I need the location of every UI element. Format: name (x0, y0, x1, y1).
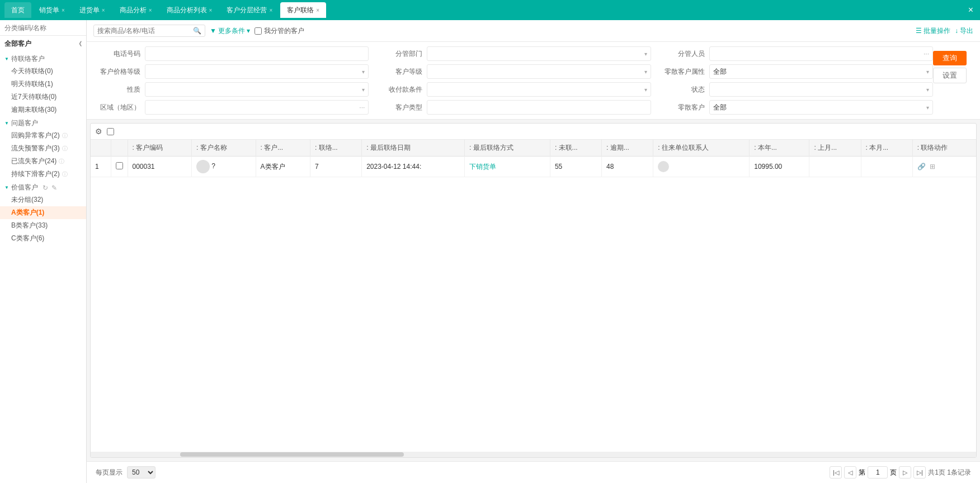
th-action[interactable]: : 联络动作 (912, 140, 976, 157)
batch-label: 批量操作 (924, 26, 950, 36)
sidebar-item-a-class[interactable]: A类客户(1) (0, 206, 86, 219)
consecutive-down-label: 持续下滑客户(2) (11, 169, 60, 179)
action-grid-icon[interactable]: ⊞ (930, 163, 935, 171)
window-close-button[interactable]: × (966, 3, 976, 17)
all-customers-header[interactable]: 全部客户 《 (0, 36, 86, 52)
triangle-icon3: ▼ (4, 185, 9, 190)
sidebar-search-input[interactable] (4, 24, 87, 32)
export-btn[interactable]: ↓ 导出 (955, 26, 973, 36)
sidebar-item-unsorted[interactable]: 未分组(32) (0, 193, 86, 206)
filter-retail-attr-input[interactable]: 全部 ▾ (709, 64, 933, 79)
filter-row-2: 客户价格等级 ▾ 客户等级 ▾ (96, 64, 933, 79)
filter-region-input[interactable]: ··· (145, 100, 369, 115)
filter-customer-type-input[interactable] (427, 100, 651, 115)
tab-customer-contact[interactable]: 客户联络 × (280, 2, 326, 18)
sidebar-item-overdue[interactable]: 逾期未联络(30) (0, 103, 86, 116)
filter-status-input[interactable]: ▾ (709, 82, 933, 97)
th-this-year[interactable]: : 本年... (750, 140, 809, 157)
th-contact-count[interactable]: : 联络... (310, 140, 362, 157)
unsorted-label: 未分组(32) (11, 195, 43, 205)
th-overdue[interactable]: : 逾期... (602, 140, 653, 157)
sidebar-item-lost[interactable]: 已流失客户(24) ⓘ (0, 155, 86, 168)
my-customers-checkbox[interactable] (255, 27, 262, 35)
table-header-row: : 客户编码 : 客户名称 : 客户... : 联络... (91, 140, 976, 157)
sidebar-item-today[interactable]: 今天待联络(0) (0, 65, 86, 78)
filter-price-grade-input[interactable]: ▾ (145, 64, 369, 79)
page-input[interactable] (868, 466, 888, 479)
filter-person-input[interactable]: ··· (709, 46, 933, 61)
th-last-contact-date[interactable]: : 最后联络日期 (362, 140, 465, 157)
th-unit-contact[interactable]: : 往来单位联系人 (653, 140, 750, 157)
sidebar-item-week[interactable]: 近7天待联络(0) (0, 91, 86, 103)
horizontal-scrollbar[interactable] (91, 452, 976, 457)
filter-retail-customer-input[interactable]: 全部 ▾ (709, 100, 933, 115)
filter-phone-input[interactable] (145, 46, 369, 61)
close-customer-segment-icon[interactable]: × (269, 7, 272, 13)
filter-customer-grade-input[interactable]: ▾ (427, 64, 651, 79)
tab-purchase[interactable]: 进货单 × (73, 2, 112, 18)
prev-page-btn[interactable]: ◁ (844, 466, 856, 479)
tab-sales-label: 销货单 (39, 6, 59, 15)
value-customer-group[interactable]: ▼ 价值客户 ↻ ✎ (0, 181, 86, 193)
tab-sales[interactable]: 销货单 × (32, 2, 72, 18)
filter-dept-input[interactable]: ▾ (427, 46, 651, 61)
select-all-checkbox[interactable] (107, 128, 114, 135)
tab-home[interactable]: 首页 (4, 2, 31, 18)
th-code[interactable]: : 客户编码 (128, 140, 192, 157)
close-customer-contact-icon[interactable]: × (316, 7, 319, 13)
refresh-icon[interactable]: ↻ (43, 184, 48, 192)
th-no-contact[interactable]: : 未联... (550, 140, 601, 157)
tab-goods-analysis-list[interactable]: 商品分析列表 × (160, 2, 219, 18)
filter-payment-input[interactable]: ▾ (427, 82, 651, 97)
scroll-thumb[interactable] (180, 452, 404, 457)
sidebar-item-lost-pre[interactable]: 流失预警客户(3) ⓘ (0, 142, 86, 155)
close-sales-icon[interactable]: × (62, 7, 65, 13)
close-goods-analysis-icon[interactable]: × (149, 7, 152, 13)
close-goods-analysis-list-icon[interactable]: × (209, 7, 213, 13)
sidebar-item-abnormal[interactable]: 回购异常客户(2) ⓘ (0, 129, 86, 142)
table-scroll[interactable]: : 客户编码 : 客户名称 : 客户... : 联络... (91, 140, 976, 452)
th-code-label: : 客户编码 (133, 144, 163, 151)
th-last-contact-method[interactable]: : 最后联络方式 (465, 140, 550, 157)
export-label: 导出 (960, 26, 973, 36)
first-page-btn[interactable]: |◁ (830, 466, 842, 479)
query-button[interactable]: 查询 (933, 51, 967, 65)
search-input[interactable] (97, 27, 191, 35)
sidebar-search-area: 🔍 (0, 20, 86, 36)
week-label: 近7天待联络(0) (11, 92, 56, 102)
th-name[interactable]: : 客户名称 (192, 140, 256, 157)
tab-customer-segment[interactable]: 客户分层经营 × (220, 2, 279, 18)
problem-customer-group[interactable]: ▼ 问题客户 (0, 116, 86, 129)
batch-operation-btn[interactable]: ☰ 批量操作 (916, 26, 950, 36)
pending-contact-group[interactable]: ▼ 待联络客户 (0, 52, 86, 65)
sidebar-item-b-class[interactable]: B类客户(33) (0, 219, 86, 232)
th-this-month[interactable]: : 本月... (861, 140, 912, 157)
td-action[interactable]: 🔗 ⊞ (912, 157, 976, 177)
th-customer-type[interactable]: : 客户... (256, 140, 310, 157)
th-last-month[interactable]: : 上月... (809, 140, 861, 157)
help-icon-1: ⓘ (62, 132, 68, 140)
contact-method-link[interactable]: 下销货单 (469, 163, 496, 171)
gear-icon-btn[interactable]: ⚙ (95, 127, 102, 136)
filter-phone: 电话号码 (96, 46, 369, 61)
per-page-select[interactable]: 50 100 200 (127, 466, 156, 479)
action-link-icon[interactable]: 🔗 (917, 163, 926, 171)
search-icon[interactable]: 🔍 (193, 27, 201, 35)
more-conditions-btn[interactable]: ▼ 更多条件 ▾ (210, 26, 250, 36)
last-page-btn[interactable]: ▷| (913, 466, 926, 479)
td-last-contact-method[interactable]: 下销货单 (465, 157, 550, 177)
filter-nature-input[interactable]: ▾ (145, 82, 369, 97)
next-page-btn[interactable]: ▷ (899, 466, 911, 479)
td-check[interactable] (111, 157, 128, 177)
sidebar-item-consecutive-down[interactable]: 持续下滑客户(2) ⓘ (0, 168, 86, 181)
sidebar-item-c-class[interactable]: C类客户(6) (0, 232, 86, 245)
close-purchase-icon[interactable]: × (102, 7, 105, 13)
row-checkbox[interactable] (116, 162, 123, 169)
sidebar-item-tomorrow[interactable]: 明天待联络(1) (0, 78, 86, 91)
th-contact-count-label: : 联络... (315, 144, 338, 151)
help-icon-4: ⓘ (62, 171, 68, 178)
a-class-label: A类客户(1) (11, 208, 44, 217)
tab-goods-analysis[interactable]: 商品分析 × (113, 2, 159, 18)
set-button[interactable]: 设置 (933, 68, 967, 83)
edit-icon[interactable]: ✎ (51, 184, 57, 192)
